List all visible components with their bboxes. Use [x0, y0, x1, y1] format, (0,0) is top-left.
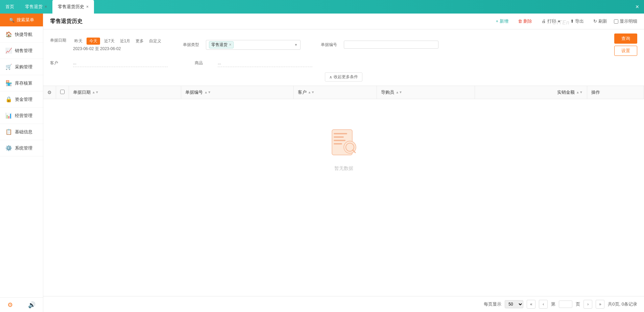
export-button[interactable]: ⬆ 导出: [568, 17, 587, 26]
sort-arrows-voucher-no: ▲▼: [204, 91, 211, 94]
window-close-button[interactable]: ×: [630, 0, 644, 14]
print-dropdown-icon: ▼: [557, 20, 561, 23]
col-amount-header[interactable]: 实销金额 ▲▼: [475, 86, 587, 99]
query-button[interactable]: 查询: [614, 34, 637, 44]
sidebar-item-quick-nav[interactable]: 🏠 快捷导航: [0, 26, 43, 43]
sidebar-item-basic-info[interactable]: 📋 基础信息: [0, 124, 43, 140]
table-area: ⚙ 单据日期 ▲▼ 单据编号: [43, 86, 644, 296]
page-word: 第: [551, 301, 555, 307]
prev-page-button[interactable]: ‹: [539, 300, 548, 309]
col-action-label: 操作: [591, 90, 600, 95]
sidebar-item-system[interactable]: ⚙️ 系统管理: [0, 140, 43, 156]
tab-retail-return[interactable]: 零售退货 ×: [20, 0, 52, 14]
col-voucher-no-label: 单据编号: [185, 89, 203, 95]
collapse-button[interactable]: ∧ 收起更多条件: [325, 72, 362, 82]
voucher-type-dropdown-icon: ▼: [294, 43, 297, 47]
tab-retail-return-history-close[interactable]: ×: [86, 4, 89, 9]
settings-gear-icon[interactable]: ⚙: [7, 301, 13, 309]
voucher-no-group: 单据编号: [321, 41, 438, 49]
tab-retail-return-label: 零售退货: [25, 4, 43, 10]
tab-retail-return-history-label: 零售退货历史: [58, 4, 84, 10]
date-options: 昨天 今天 近7天 近1月 更多 自定义: [73, 38, 163, 45]
customer-filter-group: 客户: [50, 59, 168, 67]
voucher-type-group: 单据类型 零售退货 × ▼: [183, 40, 301, 50]
data-table: ⚙ 单据日期 ▲▼ 单据编号: [43, 86, 644, 99]
col-customer-label: 客户: [298, 89, 307, 95]
search-icon: 🔍: [9, 18, 15, 23]
new-button[interactable]: + 新增: [493, 17, 511, 26]
tab-retail-return-close[interactable]: ×: [45, 4, 47, 9]
date-opt-yesterday[interactable]: 昨天: [73, 38, 84, 45]
sidebar-item-basic-info-label: 基础信息: [15, 129, 32, 135]
col-customer-sort[interactable]: 客户 ▲▼: [298, 89, 373, 95]
goods-label: 商品: [195, 60, 215, 66]
print-button[interactable]: 🖨 打印 ▼: [539, 17, 564, 26]
tab-retail-return-history[interactable]: 零售退货历史 ×: [52, 0, 94, 14]
sidebar-item-finance-label: 资金管理: [15, 96, 32, 103]
customer-input[interactable]: [73, 59, 168, 67]
date-filter-group: 单据日期 昨天 今天 近7天 近1月 更多 自定义 2023-06-02 至 2…: [50, 38, 163, 52]
sort-arrows-date: ▲▼: [92, 91, 99, 94]
collapse-wrapper: ∧ 收起更多条件: [50, 70, 637, 82]
display-detail-toggle[interactable]: 显示明细: [614, 18, 637, 24]
sidebar-search[interactable]: 🔍 搜索菜单: [0, 14, 43, 26]
date-opt-7days[interactable]: 近7天: [103, 38, 116, 45]
action-buttons: 查询 设置: [614, 34, 637, 56]
sidebar-item-operations[interactable]: 📊 经营管理: [0, 108, 43, 124]
empty-state: 暂无数据: [43, 99, 644, 199]
select-all-checkbox[interactable]: [60, 90, 65, 94]
basic-info-icon: 📋: [5, 129, 12, 135]
date-opt-1month[interactable]: 近1月: [119, 38, 132, 45]
date-options-group: 昨天 今天 近7天 近1月 更多 自定义 2023-06-02 至 2023-0…: [73, 38, 163, 52]
column-settings-icon[interactable]: ⚙: [47, 90, 52, 95]
first-page-button[interactable]: «: [527, 300, 535, 309]
collapse-icon: ∧: [329, 75, 332, 80]
sidebar-item-sales[interactable]: 📈 销售管理: [0, 43, 43, 59]
date-opt-today[interactable]: 今天: [87, 38, 100, 45]
purchase-icon: 🛒: [5, 64, 12, 70]
col-settings-header[interactable]: ⚙: [43, 86, 56, 99]
sidebar-item-purchase-label: 采购管理: [15, 64, 32, 70]
delete-button[interactable]: 🗑 删除: [515, 17, 535, 26]
sales-icon: 📈: [5, 47, 12, 54]
page-size-select[interactable]: 20 50 100: [505, 300, 523, 308]
tab-home[interactable]: 首页: [0, 0, 20, 14]
voucher-no-input[interactable]: [344, 41, 438, 49]
col-customer-header[interactable]: 客户 ▲▼: [293, 86, 377, 99]
set-button[interactable]: 设置: [614, 46, 637, 56]
voucher-type-select[interactable]: 零售退货 × ▼: [206, 40, 301, 50]
col-voucher-no-sort[interactable]: 单据编号 ▲▼: [185, 89, 289, 95]
voucher-type-tag: 零售退货 ×: [209, 41, 234, 48]
col-checkbox-header[interactable]: [56, 86, 69, 99]
display-detail-checkbox[interactable]: [614, 19, 618, 24]
main-layout: 🔍 搜索菜单 🏠 快捷导航 📈 销售管理 🛒 采购管理 🏪 库存核算 🔒: [0, 14, 644, 312]
sound-icon[interactable]: 🔊: [28, 301, 35, 309]
sidebar-item-finance[interactable]: 🔒 资金管理: [0, 91, 43, 108]
col-salesperson-sort[interactable]: 导购员 ▲▼: [381, 89, 470, 95]
col-amount-sort[interactable]: 实销金额 ▲▼: [479, 89, 583, 95]
last-page-button[interactable]: »: [596, 300, 604, 309]
filter-row-2: 客户 商品: [50, 59, 637, 67]
svg-rect-1: [334, 133, 347, 134]
sidebar-item-inventory[interactable]: 🏪 库存核算: [0, 75, 43, 91]
top-bar: 首页 零售退货 × 零售退货历史 × ×: [0, 0, 644, 14]
date-opt-more[interactable]: 更多: [134, 38, 145, 45]
next-page-button[interactable]: ›: [583, 300, 592, 309]
col-date-header[interactable]: 单据日期 ▲▼: [69, 86, 181, 99]
goods-input[interactable]: [218, 59, 312, 67]
col-date-sort[interactable]: 单据日期 ▲▼: [73, 89, 177, 95]
date-opt-custom[interactable]: 自定义: [148, 38, 163, 45]
voucher-type-tag-remove[interactable]: ×: [229, 42, 231, 47]
col-salesperson-header[interactable]: 导购员 ▲▼: [377, 86, 475, 99]
empty-state-icon: [327, 126, 361, 160]
delete-button-label: 🗑 删除: [518, 18, 532, 24]
refresh-button[interactable]: ↻ 刷新: [591, 17, 610, 26]
content-area: 零售退货历史 + 新增 🗑 删除 🖨 打印 ▼ ⬆ 导出 ↻ 刷新: [43, 14, 644, 312]
sidebar-item-purchase[interactable]: 🛒 采购管理: [0, 59, 43, 75]
quick-nav-icon: 🏠: [5, 31, 12, 38]
inventory-icon: 🏪: [5, 80, 12, 86]
sidebar-item-inventory-label: 库存核算: [15, 80, 32, 86]
col-voucher-no-header[interactable]: 单据编号 ▲▼: [181, 86, 293, 99]
current-page-input[interactable]: 1: [559, 300, 572, 308]
empty-text: 暂无数据: [334, 165, 353, 172]
